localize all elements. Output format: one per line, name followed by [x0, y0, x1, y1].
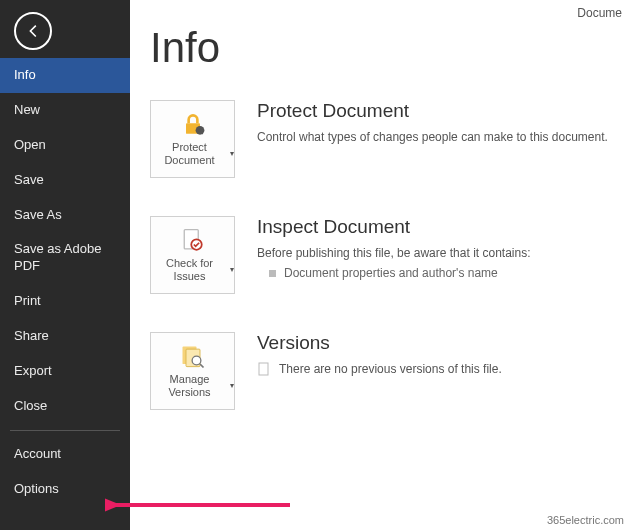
svg-rect-9 [259, 363, 268, 375]
section-title: Versions [257, 332, 620, 354]
chevron-down-icon: ▾ [230, 381, 234, 391]
section-versions: Manage Versions▾ Versions There are no p… [150, 332, 630, 410]
watermark: 365electric.com [547, 514, 624, 526]
annotation-arrow-icon [105, 495, 295, 515]
section-title: Protect Document [257, 100, 620, 122]
section-text: Control what types of changes people can… [257, 128, 620, 146]
section-text: Before publishing this file, be aware th… [257, 244, 620, 262]
document-check-icon [178, 227, 208, 255]
nav-item-new[interactable]: New [0, 93, 130, 128]
chevron-down-icon: ▾ [230, 149, 234, 159]
page-title: Info [150, 24, 630, 72]
nav-item-account[interactable]: Account [0, 437, 130, 472]
arrow-left-icon [24, 22, 42, 40]
lock-icon [178, 111, 208, 139]
content: Docume Info Protect Document▾ Protect Do… [130, 0, 630, 530]
nav-divider [10, 430, 120, 431]
nav-item-print[interactable]: Print [0, 284, 130, 319]
versions-row: There are no previous versions of this f… [257, 360, 620, 378]
nav-item-save-adobe[interactable]: Save as Adobe PDF [0, 232, 130, 284]
back-button[interactable] [14, 12, 52, 50]
check-for-issues-button[interactable]: Check for Issues▾ [150, 216, 235, 294]
nav-item-info[interactable]: Info [0, 58, 130, 93]
section-text: There are no previous versions of this f… [279, 360, 502, 378]
section-inspect: Check for Issues▾ Inspect Document Befor… [150, 216, 630, 294]
protect-document-button[interactable]: Protect Document▾ [150, 100, 235, 178]
nav-item-share[interactable]: Share [0, 319, 130, 354]
nav-item-open[interactable]: Open [0, 128, 130, 163]
bullet-text: Document properties and author's name [284, 266, 498, 280]
sidebar: Info New Open Save Save As Save as Adobe… [0, 0, 130, 530]
svg-line-8 [200, 364, 204, 368]
tile-label: Manage Versions▾ [151, 373, 234, 399]
nav-item-close[interactable]: Close [0, 389, 130, 424]
bullet-icon [269, 270, 276, 277]
section-title: Inspect Document [257, 216, 620, 238]
tile-label: Check for Issues▾ [151, 257, 234, 283]
svg-point-7 [192, 356, 201, 365]
nav-list: Info New Open Save Save As Save as Adobe… [0, 58, 130, 507]
nav-item-export[interactable]: Export [0, 354, 130, 389]
page-icon [257, 362, 271, 376]
doc-label: Docume [577, 6, 622, 20]
chevron-down-icon: ▾ [230, 265, 234, 275]
tile-label: Protect Document▾ [151, 141, 234, 167]
manage-versions-button[interactable]: Manage Versions▾ [150, 332, 235, 410]
section-protect: Protect Document▾ Protect Document Contr… [150, 100, 630, 178]
nav-item-save[interactable]: Save [0, 163, 130, 198]
bullet-row: Document properties and author's name [269, 266, 620, 280]
versions-icon [178, 343, 208, 371]
nav-item-save-as[interactable]: Save As [0, 198, 130, 233]
